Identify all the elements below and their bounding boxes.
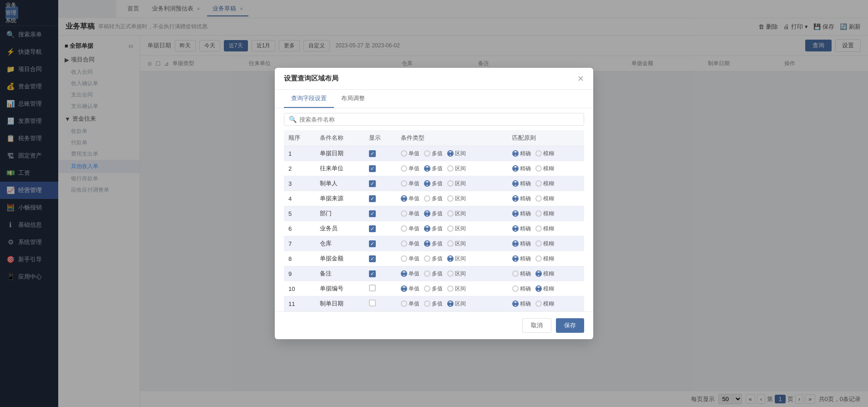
radio-multi[interactable]: 多值 [424, 270, 443, 278]
row-show-checkbox[interactable]: ✓ [364, 236, 396, 251]
radio-exact[interactable]: 精确 [512, 300, 531, 308]
radio-exact[interactable]: 精确 [512, 210, 531, 218]
row-show-checkbox[interactable] [364, 281, 396, 296]
row-condition-type[interactable]: 单值 多值 区间 [396, 296, 508, 311]
radio-range[interactable]: 区间 [447, 255, 466, 263]
row-condition-type[interactable]: 单值 多值 区间 [396, 281, 508, 296]
checkbox-icon[interactable]: ✓ [369, 150, 376, 157]
radio-fuzzy[interactable]: 模糊 [535, 300, 554, 308]
row-show-checkbox[interactable]: ✓ [364, 161, 396, 176]
row-match-principle[interactable]: 精确 模糊 [508, 236, 584, 251]
radio-single[interactable]: 单值 [401, 270, 419, 278]
radio-fuzzy[interactable]: 模糊 [535, 255, 554, 263]
modal-tab-layout[interactable]: 布局调整 [334, 90, 372, 108]
row-show-checkbox[interactable]: ✓ [364, 266, 396, 281]
row-show-checkbox[interactable]: ✓ [364, 221, 396, 236]
radio-range[interactable]: 区间 [447, 285, 466, 293]
checkbox-icon[interactable]: ✓ [369, 225, 376, 232]
radio-exact[interactable]: 精确 [512, 150, 531, 158]
radio-fuzzy[interactable]: 模糊 [535, 225, 554, 233]
row-condition-type[interactable]: 单值 多值 区间 [396, 266, 508, 281]
row-match-principle[interactable]: 精确 模糊 [508, 296, 584, 311]
checkbox-icon[interactable] [369, 286, 376, 293]
radio-single[interactable]: 单值 [401, 240, 419, 248]
radio-exact[interactable]: 精确 [512, 180, 531, 188]
radio-exact[interactable]: 精确 [512, 225, 531, 233]
radio-multi[interactable]: 多值 [424, 300, 443, 308]
radio-exact[interactable]: 精确 [512, 165, 531, 173]
row-condition-type[interactable]: 单值 多值 区间 [396, 221, 508, 236]
modal-close-button[interactable]: ✕ [577, 75, 584, 83]
radio-multi[interactable]: 多值 [424, 195, 443, 203]
radio-exact[interactable]: 精确 [512, 270, 531, 278]
radio-fuzzy[interactable]: 模糊 [535, 150, 554, 158]
row-show-checkbox[interactable]: ✓ [364, 191, 396, 206]
radio-range[interactable]: 区间 [447, 195, 466, 203]
checkbox-icon[interactable]: ✓ [369, 240, 376, 247]
radio-single[interactable]: 单值 [401, 255, 419, 263]
radio-single[interactable]: 单值 [401, 210, 419, 218]
radio-multi[interactable]: 多值 [424, 180, 443, 188]
radio-exact[interactable]: 精确 [512, 240, 531, 248]
row-show-checkbox[interactable]: ✓ [364, 251, 396, 266]
row-show-checkbox[interactable] [364, 296, 396, 311]
radio-exact[interactable]: 精确 [512, 285, 531, 293]
modal-save-button[interactable]: 保存 [556, 318, 584, 333]
checkbox-icon[interactable]: ✓ [369, 210, 376, 217]
radio-exact[interactable]: 精确 [512, 255, 531, 263]
radio-single[interactable]: 单值 [401, 225, 419, 233]
radio-fuzzy[interactable]: 模糊 [535, 270, 554, 278]
radio-range[interactable]: 区间 [447, 210, 466, 218]
radio-range[interactable]: 区间 [447, 150, 466, 158]
modal-search-input[interactable] [299, 116, 579, 123]
radio-single[interactable]: 单值 [401, 150, 419, 158]
checkbox-icon[interactable] [369, 301, 376, 308]
row-condition-type[interactable]: 单值 多值 区间 [396, 251, 508, 266]
radio-multi[interactable]: 多值 [424, 225, 443, 233]
radio-range[interactable]: 区间 [447, 180, 466, 188]
row-show-checkbox[interactable]: ✓ [364, 176, 396, 191]
radio-range[interactable]: 区间 [447, 300, 466, 308]
radio-multi[interactable]: 多值 [424, 210, 443, 218]
radio-range[interactable]: 区间 [447, 270, 466, 278]
row-show-checkbox[interactable]: ✓ [364, 146, 396, 161]
row-condition-type[interactable]: 单值 多值 区间 [396, 206, 508, 221]
radio-multi[interactable]: 多值 [424, 240, 443, 248]
radio-range[interactable]: 区间 [447, 165, 466, 173]
radio-fuzzy[interactable]: 模糊 [535, 165, 554, 173]
row-match-principle[interactable]: 精确 模糊 [508, 251, 584, 266]
radio-multi[interactable]: 多值 [424, 165, 443, 173]
row-condition-type[interactable]: 单值 多值 区间 [396, 176, 508, 191]
row-match-principle[interactable]: 精确 模糊 [508, 176, 584, 191]
radio-range[interactable]: 区间 [447, 240, 466, 248]
radio-range[interactable]: 区间 [447, 225, 466, 233]
checkbox-icon[interactable]: ✓ [369, 165, 376, 172]
checkbox-icon[interactable]: ✓ [369, 195, 376, 202]
checkbox-icon[interactable]: ✓ [369, 270, 376, 277]
radio-single[interactable]: 单值 [401, 180, 419, 188]
row-match-principle[interactable]: 精确 模糊 [508, 281, 584, 296]
row-condition-type[interactable]: 单值 多值 区间 [396, 161, 508, 176]
radio-fuzzy[interactable]: 模糊 [535, 285, 554, 293]
row-match-principle[interactable]: 精确 模糊 [508, 146, 584, 161]
radio-single[interactable]: 单值 [401, 285, 419, 293]
row-condition-type[interactable]: 单值 多值 区间 [396, 191, 508, 206]
row-match-principle[interactable]: 精确 模糊 [508, 191, 584, 206]
radio-single[interactable]: 单值 [401, 165, 419, 173]
radio-exact[interactable]: 精确 [512, 195, 531, 203]
modal-tab-query-fields[interactable]: 查询字段设置 [284, 90, 334, 108]
row-condition-type[interactable]: 单值 多值 区间 [396, 236, 508, 251]
radio-fuzzy[interactable]: 模糊 [535, 180, 554, 188]
row-match-principle[interactable]: 精确 模糊 [508, 266, 584, 281]
row-show-checkbox[interactable]: ✓ [364, 206, 396, 221]
row-match-principle[interactable]: 精确 模糊 [508, 161, 584, 176]
row-match-principle[interactable]: 精确 模糊 [508, 221, 584, 236]
radio-single[interactable]: 单值 [401, 195, 419, 203]
row-condition-type[interactable]: 单值 多值 区间 [396, 146, 508, 161]
checkbox-icon[interactable]: ✓ [369, 180, 376, 187]
radio-single[interactable]: 单值 [401, 300, 419, 308]
radio-multi[interactable]: 多值 [424, 150, 443, 158]
checkbox-icon[interactable]: ✓ [369, 255, 376, 262]
radio-multi[interactable]: 多值 [424, 255, 443, 263]
radio-multi[interactable]: 多值 [424, 285, 443, 293]
